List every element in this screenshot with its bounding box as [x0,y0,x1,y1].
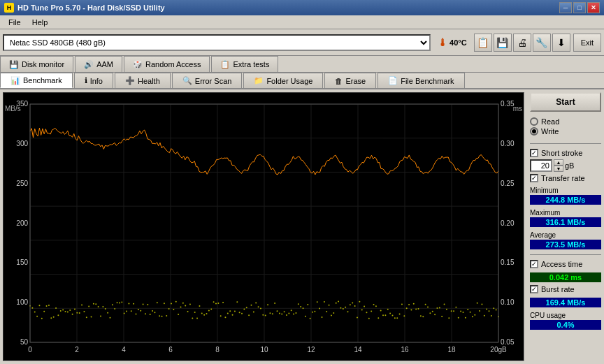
toolbar-btn-5[interactable]: ⬇ [552,34,570,52]
maximize-button[interactable]: □ [573,2,586,13]
short-stroke-label: Short stroke [541,149,582,157]
tab-random-access[interactable]: 🎲 Random Access [124,56,210,72]
drive-select[interactable]: Netac SSD 480GB (480 gB) [3,34,431,51]
burst-rate-block: 169.4 MB/s [530,298,601,307]
maximum-block: Maximum 316.1 MB/s [530,209,601,227]
chart-container [3,92,524,361]
cpu-usage-block: CPU usage 0.4% [530,312,601,330]
toolbar-btn-3[interactable]: 🖨 [513,34,531,52]
start-button[interactable]: Start [530,92,601,112]
help-menu[interactable]: Help [27,17,54,28]
temperature-display: 🌡 40°C [433,36,471,50]
window-controls: ─ □ ✕ [559,2,600,13]
minimum-value: 244.8 MB/s [530,195,601,205]
access-time-value: 0.042 ms [530,272,601,282]
write-radio-item[interactable]: Write [530,127,601,136]
read-label: Read [541,117,559,126]
cpu-usage-label: CPU usage [530,312,601,319]
tab-benchmark[interactable]: 📊 Benchmark [0,73,73,88]
tab-aam[interactable]: 🔊 AAM [75,56,122,72]
write-label: Write [541,127,559,136]
temperature-icon: 🌡 [438,37,447,48]
minimize-button[interactable]: ─ [559,2,572,13]
title-bar: H HD Tune Pro 5.70 - Hard Disk/SSD Utili… [0,0,604,15]
cpu-usage-value: 0.4% [530,320,601,330]
bottom-tab-bar: 📊 Benchmark ℹ Info ➕ Health 🔍 Error Scan… [0,73,604,89]
minimum-label: Minimum [530,187,601,194]
toolbar-buttons: 📋 💾 🖨 🔧 ⬇ [474,34,570,52]
erase-icon: 🗑 [335,77,343,85]
toolbar-btn-4[interactable]: 🔧 [533,34,551,52]
short-stroke-item: ✓ Short stroke [530,149,601,157]
spinner-down[interactable]: ▼ [554,166,563,172]
access-time-checkbox[interactable]: ✓ [530,260,538,268]
transfer-rate-label: Transfer rate [541,174,585,182]
file-benchmark-icon: 📄 [388,76,398,85]
aam-icon: 🔊 [84,60,94,69]
error-scan-icon: 🔍 [182,76,192,85]
tab-disk-monitor[interactable]: 💾 Disk monitor [0,56,73,72]
top-tab-bar: 💾 Disk monitor 🔊 AAM 🎲 Random Access 📋 E… [0,56,604,73]
access-time-block: 0.042 ms [530,272,601,282]
health-icon: ➕ [125,76,135,85]
burst-rate-checkbox[interactable]: ✓ [530,285,538,293]
read-radio[interactable] [530,117,538,126]
tab-folder-usage[interactable]: 📁 Folder Usage [243,73,323,88]
divider-2 [530,254,601,255]
read-radio-item[interactable]: Read [530,117,601,126]
app-icon: H [4,3,14,13]
tab-health[interactable]: ➕ Health [115,73,171,88]
toolbar-btn-1[interactable]: 📋 [474,34,492,52]
window-title: HD Tune Pro 5.70 - Hard Disk/SSD Utility [17,3,165,12]
short-stroke-unit: gB [565,161,574,170]
temperature-value: 40°C [450,38,467,47]
tab-extra-tests[interactable]: 📋 Extra tests [211,56,278,72]
divider-1 [530,143,601,144]
transfer-rate-item: ✓ Transfer rate [530,174,601,182]
info-icon: ℹ [85,76,87,85]
access-time-item: ✓ Access time [530,260,601,268]
spinner-buttons: ▲ ▼ [554,159,563,172]
read-write-radio-group: Read Write [530,117,601,136]
minimum-block: Minimum 244.8 MB/s [530,187,601,205]
burst-rate-item: ✓ Burst rate [530,285,601,293]
extra-tests-icon: 📋 [220,60,230,69]
benchmark-icon: 📊 [10,76,20,85]
options-group: ✓ Short stroke ▲ ▼ gB ✓ Transfer rate [530,149,601,182]
average-label: Average [530,231,601,239]
burst-rate-value: 169.4 MB/s [530,298,601,307]
random-access-icon: 🎲 [133,60,143,69]
tab-erase[interactable]: 🗑 Erase [324,73,376,88]
write-radio[interactable] [530,127,538,136]
close-button[interactable]: ✕ [587,2,600,13]
spinner-up[interactable]: ▲ [554,159,563,166]
maximum-value: 316.1 MB/s [530,217,601,227]
transfer-rate-checkbox[interactable]: ✓ [530,174,538,182]
benchmark-chart [3,93,524,361]
main-area: Start Read Write ✓ Short stroke ▲ ▼ [0,89,604,364]
average-block: Average 273.5 MB/s [530,231,601,249]
toolbar-btn-2[interactable]: 💾 [494,34,512,52]
menu-bar: File Help [0,15,604,29]
short-stroke-row: ▲ ▼ gB [530,159,601,172]
maximum-label: Maximum [530,209,601,217]
tab-info[interactable]: ℹ Info [74,73,113,88]
tab-error-scan[interactable]: 🔍 Error Scan [172,73,243,88]
toolbar: Netac SSD 480GB (480 gB) 🌡 40°C 📋 💾 🖨 🔧 … [0,29,604,56]
exit-button[interactable]: Exit [573,34,601,52]
average-value: 273.5 MB/s [530,240,601,249]
disk-monitor-icon: 💾 [9,60,19,69]
short-stroke-input[interactable] [530,159,552,172]
right-panel: Start Read Write ✓ Short stroke ▲ ▼ [527,89,604,364]
burst-rate-label: Burst rate [541,285,575,293]
folder-usage-icon: 📁 [254,76,264,85]
access-time-label: Access time [541,260,582,268]
tab-file-benchmark[interactable]: 📄 File Benchmark [378,73,464,88]
file-menu[interactable]: File [3,17,27,28]
short-stroke-checkbox[interactable]: ✓ [530,149,538,157]
